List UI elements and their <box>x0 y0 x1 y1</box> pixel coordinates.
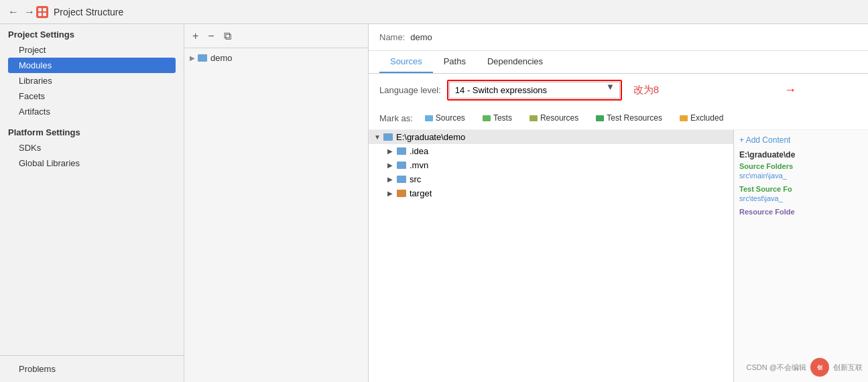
resource-folder-section: Resource Folde <box>739 208 863 216</box>
change-note: 改为8 <box>633 84 659 97</box>
watermark: CSDN @不会编辑 创 创新互联 <box>747 358 863 377</box>
mark-sources-button[interactable]: Sources <box>420 112 471 124</box>
root-arrow-icon: ▼ <box>374 133 381 141</box>
mark-excluded-button[interactable]: Excluded <box>674 112 729 124</box>
sidebar-item-modules[interactable]: Modules <box>8 58 176 73</box>
resource-folder-title: Resource Folde <box>739 208 863 216</box>
excluded-icon <box>680 115 688 121</box>
folder-mvn[interactable]: ▶ .mvn <box>369 158 733 172</box>
language-select-wrapper: 14 - Switch expressions 8 - Lambdas, typ… <box>449 82 620 99</box>
module-tree-item-demo[interactable]: ▶ demo <box>184 51 368 65</box>
forward-button[interactable]: → <box>23 5 36 19</box>
add-module-button[interactable]: + <box>190 29 201 44</box>
platform-settings-title: Platform Settings <box>8 127 176 137</box>
sidebar-item-artifacts[interactable]: Artifacts <box>8 104 176 119</box>
mvn-folder-icon <box>397 162 406 169</box>
sources-icon <box>425 115 433 121</box>
src-arrow-icon: ▶ <box>387 176 394 183</box>
folder-target[interactable]: ▶ target <box>369 186 733 200</box>
folder-icon <box>198 54 207 62</box>
test-source-section: Test Source Fo src\test\java_ <box>739 185 863 202</box>
sidebar-item-project[interactable]: Project <box>8 42 176 58</box>
root-folder-icon <box>383 133 393 141</box>
module-toolbar: + − ⧉ <box>184 24 368 48</box>
app-icon <box>36 6 48 18</box>
watermark-logo: 创 <box>810 358 829 377</box>
right-panel-path-title: E:\graduate\de <box>739 150 863 160</box>
sidebar-item-sdks[interactable]: SDKs <box>8 140 176 155</box>
project-settings-title: Project Settings <box>8 29 176 40</box>
mark-tests-button[interactable]: Tests <box>477 112 517 124</box>
target-folder-label: target <box>410 188 432 198</box>
back-button[interactable]: ← <box>7 5 20 19</box>
idea-folder-label: .idea <box>410 146 428 156</box>
language-level-label: Language level: <box>379 85 441 95</box>
mark-as-label: Mark as: <box>379 113 413 123</box>
test-source-path[interactable]: src\test\java_ <box>739 194 863 202</box>
test-resources-icon <box>596 115 604 121</box>
mvn-arrow-icon: ▶ <box>387 162 394 169</box>
folder-src[interactable]: ▶ src <box>369 172 733 186</box>
svg-rect-0 <box>38 8 42 11</box>
resources-icon <box>530 115 538 121</box>
source-folders-title: Source Folders <box>739 162 863 170</box>
tab-paths[interactable]: Paths <box>433 51 477 73</box>
svg-rect-2 <box>38 13 42 16</box>
folder-idea[interactable]: ▶ .idea <box>369 144 733 158</box>
source-folders-path[interactable]: src\main\java_ <box>739 172 863 180</box>
mvn-folder-label: .mvn <box>410 160 428 170</box>
name-value: demo <box>410 32 432 42</box>
src-folder-icon <box>397 176 406 183</box>
mark-resources-button[interactable]: Resources <box>524 112 584 124</box>
name-row: Name: demo <box>369 24 868 51</box>
mark-as-row: Mark as: Sources Tests Resources <box>369 107 868 130</box>
sidebar-item-problems[interactable]: Problems <box>8 361 176 377</box>
tab-sources[interactable]: Sources <box>379 51 433 73</box>
mark-test-resources-button[interactable]: Test Resources <box>591 112 668 124</box>
remove-module-button[interactable]: − <box>205 29 216 44</box>
svg-rect-1 <box>43 8 46 11</box>
watermark-logo-text: 创新互联 <box>833 363 863 373</box>
sidebar-item-libraries[interactable]: Libraries <box>8 73 176 88</box>
source-folders-section: Source Folders src\main\java_ <box>739 162 863 180</box>
window-title: Project Structure <box>54 7 123 17</box>
module-label: demo <box>210 53 233 63</box>
add-content-button[interactable]: + Add Content <box>739 135 863 145</box>
folder-tree-root[interactable]: ▼ E:\graduate\demo <box>369 130 733 144</box>
tab-dependencies[interactable]: Dependencies <box>477 51 554 73</box>
language-level-row: Language level: 14 - Switch expressions … <box>369 74 868 107</box>
idea-folder-icon <box>397 147 406 155</box>
sidebar-item-facets[interactable]: Facets <box>8 88 176 104</box>
sidebar-item-global-libraries[interactable]: Global Libraries <box>8 155 176 171</box>
svg-rect-3 <box>43 13 46 16</box>
tree-arrow: ▶ <box>190 54 195 62</box>
idea-arrow-icon: ▶ <box>387 147 394 155</box>
src-folder-label: src <box>410 174 421 184</box>
settings-tabs: Sources Paths Dependencies <box>369 51 868 74</box>
test-source-title: Test Source Fo <box>739 185 863 193</box>
tests-icon <box>483 115 491 121</box>
name-label: Name: <box>379 32 405 42</box>
language-level-select[interactable]: 14 - Switch expressions 8 - Lambdas, typ… <box>449 82 620 99</box>
target-folder-icon <box>397 190 406 197</box>
watermark-text: CSDN @不会编辑 <box>747 363 806 373</box>
target-arrow-icon: ▶ <box>387 190 394 197</box>
copy-module-button[interactable]: ⧉ <box>221 29 234 44</box>
root-folder-label: E:\graduate\demo <box>396 132 465 142</box>
